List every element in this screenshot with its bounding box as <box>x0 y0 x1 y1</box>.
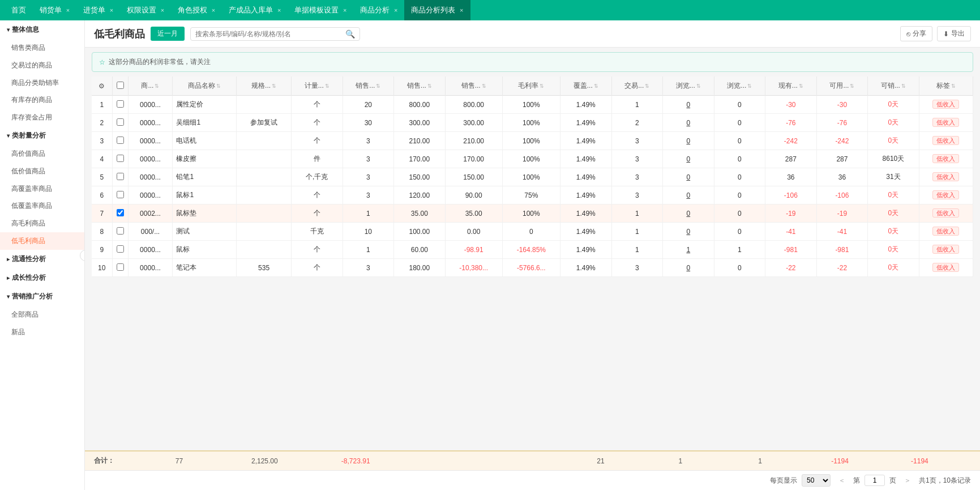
row-checkbox[interactable] <box>112 150 128 168</box>
th-view1[interactable]: 浏览...⇅ <box>663 76 714 96</box>
row-checkbox-input[interactable] <box>117 173 124 180</box>
row-view1[interactable]: 0 <box>663 132 714 150</box>
th-trade-count[interactable]: 交易...⇅ <box>611 76 663 96</box>
nav-product-entry[interactable]: 产成品入库单 × <box>222 0 288 20</box>
row-checkbox[interactable] <box>112 96 128 114</box>
sidebar-item-low-margin[interactable]: 低毛利商品 <box>0 232 84 250</box>
th-sales-profit[interactable]: 销售...⇅ <box>445 76 502 96</box>
row-view1[interactable]: 1 <box>663 241 714 259</box>
th-settings[interactable]: ⚙ <box>92 76 112 96</box>
export-button[interactable]: ⬇ 导出 <box>937 26 971 41</box>
th-checkbox[interactable] <box>112 76 128 96</box>
sidebar-group-overall[interactable]: ▾ 整体信息 <box>0 20 84 39</box>
nav-sales[interactable]: 销货单 × <box>33 0 76 20</box>
close-icon[interactable]: × <box>394 7 397 14</box>
row-checkbox-input[interactable] <box>117 155 124 162</box>
row-view1[interactable]: 0 <box>663 96 714 114</box>
close-icon[interactable]: × <box>66 7 70 14</box>
sidebar-item-category-rate[interactable]: 商品分类助销率 <box>0 74 84 92</box>
search-input[interactable] <box>195 30 345 38</box>
sidebar-item-stock-fund[interactable]: 库存资金占用 <box>0 109 84 126</box>
row-view1[interactable]: 0 <box>663 259 714 277</box>
row-checkbox-input[interactable] <box>117 245 124 253</box>
th-stock-current[interactable]: 现有...⇅ <box>765 76 817 96</box>
row-checkbox[interactable] <box>112 132 128 150</box>
close-icon[interactable]: × <box>460 7 463 14</box>
sidebar-item-sales-goods[interactable]: 销售类商品 <box>0 39 84 57</box>
nav-role[interactable]: 角色授权 × <box>171 0 222 20</box>
sidebar-item-all-goods[interactable]: 全部商品 <box>0 306 84 323</box>
sidebar-item-stock-goods[interactable]: 有库存的商品 <box>0 91 84 109</box>
th-sales-amt[interactable]: 销售...⇅ <box>394 76 446 96</box>
th-stock-available[interactable]: 可用...⇅ <box>816 76 868 96</box>
nav-template[interactable]: 单据模板设置 × <box>288 0 353 20</box>
page-number-input[interactable] <box>865 475 885 486</box>
row-view1[interactable]: 0 <box>663 150 714 168</box>
sidebar-item-high-value[interactable]: 高价值商品 <box>0 145 84 163</box>
next-page-btn[interactable]: ＞ <box>901 475 914 487</box>
settings-icon[interactable]: ⚙ <box>99 82 105 90</box>
row-checkbox-input[interactable] <box>117 191 124 198</box>
sidebar-item-traded-goods[interactable]: 交易过的商品 <box>0 57 84 74</box>
row-num: 2 <box>92 114 112 132</box>
close-icon[interactable]: × <box>277 7 281 14</box>
table-row: 5 0000... 铅笔1 个,千克 3 150.00 150.00 100% … <box>92 168 973 186</box>
nav-purchase[interactable]: 进货单 × <box>76 0 120 20</box>
row-checkbox-input[interactable] <box>117 227 124 235</box>
sidebar-group-category-label: 类射量分析 <box>12 131 46 140</box>
th-tag[interactable]: 标签⇅ <box>919 76 973 96</box>
sidebar-group-growth[interactable]: ▸ 成长性分析 <box>0 269 84 287</box>
th-gross-margin[interactable]: 毛利率⇅ <box>502 76 560 96</box>
th-coverage[interactable]: 覆盖...⇅ <box>560 76 611 96</box>
th-sales-qty[interactable]: 销售...⇅ <box>343 76 394 96</box>
row-view1[interactable]: 0 <box>663 114 714 132</box>
row-checkbox[interactable] <box>112 259 128 277</box>
nav-home[interactable]: 首页 <box>5 0 33 20</box>
search-icon[interactable]: 🔍 <box>345 29 355 39</box>
row-checkbox[interactable] <box>112 223 128 241</box>
row-view1[interactable]: 0 <box>663 186 714 204</box>
row-view1[interactable]: 0 <box>663 168 714 186</box>
row-checkbox[interactable] <box>112 241 128 259</box>
table-row: 6 0000... 鼠标1 个 3 120.00 90.00 75% 1.49%… <box>92 186 973 204</box>
row-view1[interactable]: 0 <box>663 204 714 223</box>
row-checkbox[interactable] <box>112 186 128 204</box>
row-checkbox-input[interactable] <box>117 263 124 271</box>
row-checkbox[interactable] <box>112 168 128 186</box>
row-checkbox[interactable] <box>112 204 128 223</box>
sidebar-item-low-value[interactable]: 低价值商品 <box>0 163 84 180</box>
row-view1[interactable]: 0 <box>663 223 714 241</box>
th-spec[interactable]: 规格...⇅ <box>237 76 292 96</box>
select-all-checkbox[interactable] <box>117 82 124 89</box>
th-name[interactable]: 商品名称⇅ <box>173 76 237 96</box>
nav-goods-analysis[interactable]: 商品分析 × <box>353 0 404 20</box>
nav-permission[interactable]: 权限设置 × <box>120 0 171 20</box>
per-page-select[interactable]: 50 20 100 <box>802 474 831 487</box>
row-checkbox-input[interactable] <box>117 100 124 108</box>
row-name: 橡皮擦 <box>173 150 237 168</box>
prev-page-btn[interactable]: ＜ <box>835 475 849 487</box>
filter-recent-month-button[interactable]: 近一月 <box>151 27 185 41</box>
th-view2[interactable]: 浏览...⇅ <box>714 76 765 96</box>
row-checkbox[interactable] <box>112 114 128 132</box>
share-button[interactable]: ⎋ 分享 <box>900 26 932 41</box>
row-code: 0002... <box>128 204 173 223</box>
row-checkbox-input[interactable] <box>117 137 124 144</box>
th-unit[interactable]: 计量...⇅ <box>292 76 343 96</box>
close-icon[interactable]: × <box>110 7 113 14</box>
sidebar-group-category[interactable]: ▾ 类射量分析 <box>0 126 84 145</box>
nav-goods-analysis-list[interactable]: 商品分析列表 × <box>404 0 470 20</box>
row-checkbox-input[interactable] <box>117 118 124 126</box>
close-icon[interactable]: × <box>212 7 215 14</box>
sidebar-item-low-coverage[interactable]: 低覆盖率商品 <box>0 197 84 215</box>
th-saleable-days[interactable]: 可销...⇅ <box>868 76 919 96</box>
th-code[interactable]: 商...⇅ <box>128 76 173 96</box>
row-checkbox-input[interactable] <box>117 209 124 216</box>
sidebar-item-high-coverage[interactable]: 高覆盖率商品 <box>0 180 84 198</box>
sidebar-group-flow[interactable]: ▸ 流通性分析 <box>0 250 84 269</box>
sidebar-item-high-margin[interactable]: 高毛利商品 <box>0 215 84 232</box>
sidebar-item-new-goods[interactable]: 新品 <box>0 323 84 341</box>
close-icon[interactable]: × <box>161 7 164 14</box>
close-icon[interactable]: × <box>343 7 346 14</box>
sidebar-group-marketing[interactable]: ▾ 营销推广分析 <box>0 287 84 306</box>
